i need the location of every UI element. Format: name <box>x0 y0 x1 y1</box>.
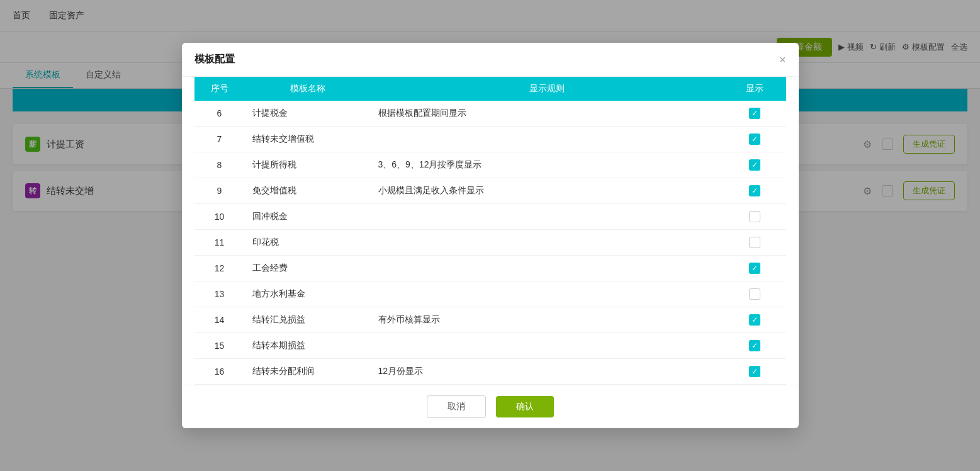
table-row: 14结转汇兑损益有外币核算显示✓ <box>194 307 786 333</box>
col-header-id: 序号 <box>194 77 245 101</box>
cell-id: 7 <box>194 127 245 152</box>
modal-title: 模板配置 <box>194 53 235 66</box>
checkbox-wrap: ✓ <box>731 185 779 196</box>
checkbox-checked[interactable]: ✓ <box>749 185 760 196</box>
cell-rule <box>371 230 723 256</box>
checkbox-checked[interactable]: ✓ <box>749 133 760 145</box>
checkbox-checked[interactable]: ✓ <box>749 340 760 351</box>
col-header-rule: 显示规则 <box>371 77 723 101</box>
cell-id: 13 <box>194 281 245 307</box>
cell-name: 结转本期损益 <box>245 333 371 359</box>
checkbox-wrap: ✓ <box>731 366 779 377</box>
table-row: 11印花税 <box>194 230 786 256</box>
checkbox-wrap: ✓ <box>731 108 779 119</box>
modal-body: 序号 模板名称 显示规则 显示 6计提税金根据模板配置期间显示✓7结转未交增值税… <box>182 77 799 385</box>
cell-id: 11 <box>194 230 245 256</box>
table-row: 6计提税金根据模板配置期间显示✓ <box>194 101 786 127</box>
cell-rule <box>371 281 723 307</box>
cell-name: 计提所得税 <box>245 152 371 178</box>
cell-checkbox: ✓ <box>723 256 786 281</box>
checkbox-checked[interactable]: ✓ <box>749 108 760 119</box>
table-header: 序号 模板名称 显示规则 显示 <box>194 77 786 101</box>
table-row: 10回冲税金 <box>194 204 786 230</box>
cell-id: 6 <box>194 101 245 127</box>
checkbox-wrap <box>731 211 779 222</box>
cell-rule: 3、6、9、12月按季度显示 <box>371 152 723 178</box>
cell-name: 免交增值税 <box>245 178 371 204</box>
cell-checkbox: ✓ <box>723 152 786 178</box>
cell-id: 14 <box>194 307 245 333</box>
cell-id: 15 <box>194 333 245 359</box>
cell-checkbox: ✓ <box>723 307 786 333</box>
cell-rule <box>371 204 723 230</box>
cell-name: 结转未分配利润 <box>245 359 371 385</box>
modal-header: 模板配置 × <box>182 43 799 77</box>
cell-name: 结转未交增值税 <box>245 127 371 152</box>
cancel-button[interactable]: 取消 <box>427 395 486 418</box>
col-header-show: 显示 <box>723 77 786 101</box>
cell-checkbox: ✓ <box>723 359 786 385</box>
col-header-name: 模板名称 <box>245 77 371 101</box>
checkbox-wrap: ✓ <box>731 340 779 351</box>
table-row: 12工会经费✓ <box>194 256 786 281</box>
modal-overlay: 模板配置 × 序号 模板名称 显示规则 显示 6计提税金根据模板配置期间显 <box>0 0 980 471</box>
cell-name: 印花税 <box>245 230 371 256</box>
checkbox-checked[interactable]: ✓ <box>749 263 760 274</box>
cell-checkbox: ✓ <box>723 101 786 127</box>
table-row: 7结转未交增值税✓ <box>194 127 786 152</box>
cell-checkbox <box>723 204 786 230</box>
table-row: 16结转未分配利润12月份显示✓ <box>194 359 786 385</box>
checkbox-checked[interactable]: ✓ <box>749 159 760 171</box>
cell-rule: 12月份显示 <box>371 359 723 385</box>
modal-footer: 取消 确认 <box>182 385 799 428</box>
cell-id: 8 <box>194 152 245 178</box>
cell-name: 结转汇兑损益 <box>245 307 371 333</box>
table-row: 13地方水利基金 <box>194 281 786 307</box>
checkbox-checked[interactable]: ✓ <box>749 314 760 326</box>
cell-checkbox <box>723 281 786 307</box>
table-row: 8计提所得税3、6、9、12月按季度显示✓ <box>194 152 786 178</box>
checkbox-wrap: ✓ <box>731 133 779 145</box>
checkbox-unchecked[interactable] <box>749 237 760 248</box>
checkbox-wrap <box>731 237 779 248</box>
checkbox-unchecked[interactable] <box>749 211 760 222</box>
cell-rule: 小规模且满足收入条件显示 <box>371 178 723 204</box>
cell-checkbox: ✓ <box>723 333 786 359</box>
cell-rule: 根据模板配置期间显示 <box>371 101 723 127</box>
checkbox-checked[interactable]: ✓ <box>749 366 760 377</box>
cell-name: 地方水利基金 <box>245 281 371 307</box>
table-scroll[interactable]: 序号 模板名称 显示规则 显示 6计提税金根据模板配置期间显示✓7结转未交增值税… <box>194 77 786 385</box>
cell-id: 12 <box>194 256 245 281</box>
checkbox-unchecked[interactable] <box>749 288 760 300</box>
cell-rule <box>371 333 723 359</box>
modal-close-button[interactable]: × <box>779 54 786 65</box>
checkbox-wrap: ✓ <box>731 159 779 171</box>
cell-checkbox: ✓ <box>723 178 786 204</box>
cell-name: 回冲税金 <box>245 204 371 230</box>
cell-rule: 有外币核算显示 <box>371 307 723 333</box>
cell-name: 工会经费 <box>245 256 371 281</box>
table-row: 9免交增值税小规模且满足收入条件显示✓ <box>194 178 786 204</box>
checkbox-wrap: ✓ <box>731 263 779 274</box>
cell-id: 10 <box>194 204 245 230</box>
cell-rule <box>371 127 723 152</box>
table-row: 15结转本期损益✓ <box>194 333 786 359</box>
confirm-button[interactable]: 确认 <box>496 396 554 417</box>
checkbox-wrap: ✓ <box>731 314 779 326</box>
cell-checkbox: ✓ <box>723 127 786 152</box>
template-config-modal: 模板配置 × 序号 模板名称 显示规则 显示 6计提税金根据模板配置期间显 <box>182 43 799 428</box>
checkbox-wrap <box>731 288 779 300</box>
cell-id: 16 <box>194 359 245 385</box>
cell-name: 计提税金 <box>245 101 371 127</box>
table-body: 6计提税金根据模板配置期间显示✓7结转未交增值税✓8计提所得税3、6、9、12月… <box>194 101 786 385</box>
cell-checkbox <box>723 230 786 256</box>
cell-rule <box>371 256 723 281</box>
config-table: 序号 模板名称 显示规则 显示 6计提税金根据模板配置期间显示✓7结转未交增值税… <box>194 77 786 385</box>
cell-id: 9 <box>194 178 245 204</box>
